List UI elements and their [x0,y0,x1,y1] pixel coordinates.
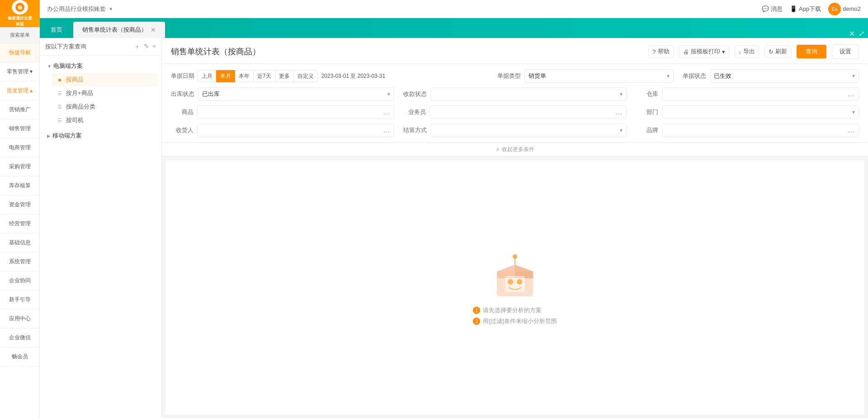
brand-input[interactable]: … [662,124,859,137]
mobile-group-label: 移动端方案 [52,132,82,140]
payment-status-field: 收款状态 ▾ [403,87,627,101]
sidebar-item-basic[interactable]: 基础信息 [0,233,39,252]
logo-icon: 畅 [12,0,28,14]
department-input[interactable]: ▾ [662,105,859,119]
date-this-year-btn[interactable]: 本年 [235,70,254,82]
warehouse-label: 仓库 [636,90,658,98]
sidebar-item-quick-nav[interactable]: 快捷导航 [0,43,39,62]
sidebar-item-newbie[interactable]: 新手引导 [0,290,39,309]
date-7days-btn[interactable]: 近7天 [253,70,275,82]
sidebar-item-system[interactable]: 系统管理 [0,252,39,271]
recipient-input[interactable]: … [197,124,394,137]
add-scheme-btn[interactable]: ＋ [134,43,140,51]
department-field: 部门 ▾ [636,105,859,119]
edit-scheme-btn[interactable]: ✎ [144,43,149,51]
date-this-month-btn[interactable]: 本月 [216,70,235,82]
user-profile[interactable]: Ea demo2 [828,3,861,15]
export-btn[interactable]: ↓ 导出 [735,45,760,58]
collapse-filters-btn[interactable]: ∧ 收起更多条件 [162,143,868,157]
sidebar-item-enterprise[interactable]: 企业协同 [0,271,39,290]
date-more-btn[interactable]: 更多 [275,70,294,82]
scheme-tree: ▼ 电脑端方案 ● 按商品 ☰ 按月+商品 ☰ [40,56,161,418]
close-window-btn[interactable]: ✕ [849,29,855,38]
collapse-panel-btn[interactable]: « [153,43,156,51]
sidebar-item-wholesale[interactable]: 批发管理 ▴ [0,81,39,100]
main-area: 办公用品行业模拟账套 ▾ 💬 消息 📱 App下载 Ea demo2 首页 [40,0,868,418]
empty-state: 1 请先选择要分析的方案 2 用[过滤]条件来缩小分析范围 [165,160,864,414]
filter-area: 单据日期 上月 本月 本年 近7天 更多 自定义 2023- [162,64,868,143]
desktop-scheme-header[interactable]: ▼ 电脑端方案 [43,59,158,73]
message-btn[interactable]: 💬 消息 [762,5,783,13]
payment-status-chevron-icon: ▾ [620,91,623,97]
mobile-scheme-header[interactable]: ▶ 移动端方案 [43,129,158,142]
salesperson-label: 业务员 [403,108,426,116]
sidebar-item-purchase[interactable]: 采购管理 [0,157,39,176]
industry-dropdown-icon[interactable]: ▾ [109,5,113,12]
scheme-by-month-product[interactable]: ☰ 按月+商品 [52,86,158,100]
filter-row-4: 收货人 … 结算方式 ▾ 品牌 [171,124,859,137]
brand-label: 品牌 [636,126,658,134]
scheme-by-printer[interactable]: ☰ 按司机 [52,114,158,127]
sidebar-item-operation[interactable]: 经营管理 [0,214,39,233]
salesperson-field: 业务员 … [403,105,627,119]
recipient-label: 收货人 [171,126,193,134]
refresh-btn[interactable]: ↻ 刷新 [764,45,791,58]
expand-mobile-icon: ▶ [47,133,51,138]
tip-num-1: 1 [473,307,480,314]
tab-home[interactable]: 首页 [42,22,71,38]
scheme-list-icon-3: ☰ [56,117,63,124]
type-field: 单据类型 销货单 ▾ [497,69,674,83]
doc-status-input[interactable]: 已生效 ▾ [710,69,859,83]
scheme-by-category[interactable]: ☰ 按商品分类 [52,100,158,114]
sidebar-item-finance[interactable]: 资金管理 [0,195,39,214]
scheme-by-month-label: 按月+商品 [66,89,93,97]
scheme-by-product[interactable]: ● 按商品 [52,73,158,86]
date-label: 单据日期 [171,72,194,80]
scheme-by-category-label: 按商品分类 [66,103,95,111]
help-btn[interactable]: ? 帮助 [648,45,673,58]
tab-report[interactable]: 销售单统计表（按商品） ✕ [73,22,165,38]
date-custom-btn[interactable]: 自定义 [293,70,318,82]
sidebar-item-inventory[interactable]: 库存核算 [0,176,39,195]
type-input[interactable]: 销货单 ▾ [524,69,674,83]
template-print-btn[interactable]: 🖨 按模板打印 ▾ [679,45,729,58]
scheme-by-printer-label: 按司机 [66,116,84,124]
payment-method-chevron-icon: ▾ [620,127,623,133]
message-icon: 💬 [762,5,769,12]
industry-label: 办公用品行业模拟账套 [47,5,106,13]
brand-field: 品牌 … [636,124,859,137]
desktop-group-label: 电脑端方案 [53,62,83,70]
desktop-scheme-children: ● 按商品 ☰ 按月+商品 ☰ 按商品分类 ☰ [43,73,158,127]
sidebar-item-retail[interactable]: 零售管理 ▾ [0,62,39,81]
warehouse-status-input[interactable]: 已出库 ▾ [198,87,394,101]
product-input[interactable]: … [197,105,394,119]
scheme-by-product-label: 按商品 [66,76,84,84]
query-btn[interactable]: 查询 [797,45,826,58]
empty-tip-1: 1 请先选择要分析的方案 [473,306,557,314]
sidebar-item-sales[interactable]: 销售管理 [0,119,39,138]
empty-tip-2: 2 用[过滤]条件来缩小分析范围 [473,317,557,325]
payment-status-input[interactable]: ▾ [430,87,627,101]
app-download-btn[interactable]: 📱 App下载 [790,5,821,13]
brand-ellipsis-icon: … [848,126,855,134]
content-area: 按以下方案查询 ＋ ✎ « ▼ 电脑端方案 ● [40,38,868,418]
date-last-month-btn[interactable]: 上月 [198,70,217,82]
page-header: 销售单统计表（按商品） ? 帮助 🖨 按模板打印 ▾ ↓ 导出 [162,38,868,64]
tab-close-icon[interactable]: ✕ [151,26,156,33]
warehouse-input[interactable]: … [662,87,859,101]
app-logo: 畅 畅捷通好生意 标版 [0,0,40,27]
sidebar-item-wechat[interactable]: 企业微信 [0,328,39,347]
sidebar-search[interactable]: 搜索菜单 [0,27,39,43]
sidebar-item-appstore[interactable]: 应用中心 [0,309,39,328]
sidebar-item-marketing[interactable]: 营销推广 [0,100,39,119]
department-chevron-icon: ▾ [852,109,855,115]
settings-btn[interactable]: 设置 [832,44,859,59]
sidebar-item-ecommerce[interactable]: 电商管理 [0,138,39,157]
product-field: 商品 … [171,105,394,119]
sidebar-item-member[interactable]: 畅会员 [0,347,39,366]
expand-window-btn[interactable]: ⤢ [859,29,864,38]
salesperson-input[interactable]: … [429,105,627,119]
payment-method-input[interactable]: ▾ [430,124,627,137]
right-panel: 销售单统计表（按商品） ? 帮助 🖨 按模板打印 ▾ ↓ 导出 [162,38,868,418]
product-ellipsis-icon: … [383,108,390,116]
